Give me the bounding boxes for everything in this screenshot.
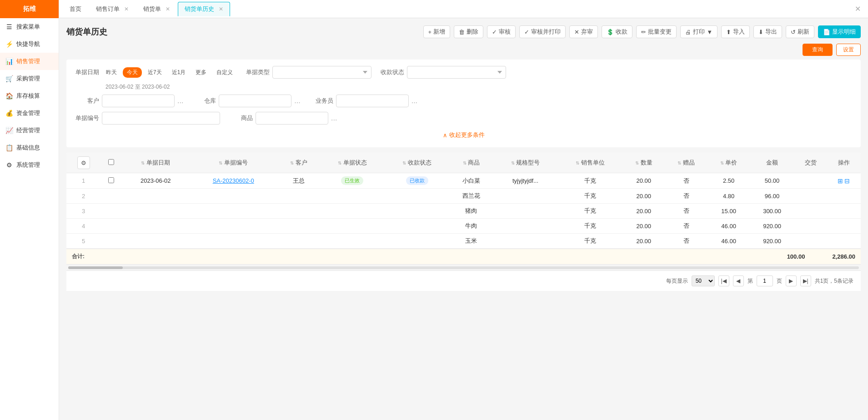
cell-checkbox (100, 189, 122, 204)
cell-action (827, 219, 861, 234)
batch-change-btn[interactable]: ✏ 批量变更 (636, 25, 677, 38)
docno-input[interactable] (102, 112, 220, 125)
date-more[interactable]: 更多 (191, 67, 211, 78)
action-edit[interactable]: ⊟ (844, 177, 850, 185)
filter-section: 单据日期 昨天 今天 近7天 近1月 更多 自定义 单据类型 (66, 60, 861, 147)
date-yesterday[interactable]: 昨天 (102, 67, 121, 78)
doc-type-select[interactable] (272, 66, 371, 79)
date-custom[interactable]: 自定义 (212, 67, 237, 78)
sidebar-item-basic-info[interactable]: 📋 基础信息 (0, 139, 59, 156)
export-btn[interactable]: ⬇ 导出 (753, 25, 782, 38)
cell-gift: 否 (665, 189, 707, 204)
last-page-btn[interactable]: ▶| (800, 275, 811, 286)
sidebar-item-search-menu[interactable]: ☰ 搜索菜单 (0, 18, 59, 35)
date-7days[interactable]: 近7天 (144, 67, 166, 78)
col-goods-sort-icon[interactable]: ⇅ (463, 160, 467, 165)
cell-doc-status (320, 204, 385, 219)
cell-price: 4.80 (707, 189, 750, 204)
col-paystatus-sort-icon[interactable]: ⇅ (402, 160, 406, 165)
sidebar-item-purchase-mgmt[interactable]: 🛒 采购管理 (0, 70, 59, 87)
payment-status-select[interactable] (407, 66, 506, 79)
col-checkbox (100, 153, 122, 173)
export-icon: ⬇ (758, 29, 763, 35)
salesperson-dotdot[interactable]: ... (411, 97, 417, 105)
toolbar: + 新增 🗑 删除 ✓ 审核 ✓ 审核并打印 ✕ 弃审 (423, 25, 861, 38)
delete-btn[interactable]: 🗑 删除 (454, 25, 483, 38)
refresh-icon: ↺ (791, 29, 796, 35)
settings-btn[interactable]: 设置 (836, 44, 861, 56)
sidebar-item-sys-mgmt[interactable]: ⚙ 系统管理 (0, 156, 59, 174)
tab-sales-history[interactable]: 销货单历史 ✕ (178, 2, 230, 16)
filter-row-1: 单据日期 昨天 今天 近7天 近1月 更多 自定义 单据类型 (74, 66, 853, 79)
scroll-thumb[interactable] (68, 266, 123, 269)
col-price-sort-icon[interactable]: ⇅ (720, 160, 724, 165)
per-page-select[interactable]: 50 100 (692, 275, 715, 286)
tab-sales-goods[interactable]: 销货单 ✕ (136, 2, 177, 16)
customer-dotdot[interactable]: ... (177, 97, 183, 105)
select-all-checkbox[interactable] (108, 159, 114, 165)
date-label: 单据日期 (74, 68, 99, 76)
approve-btn[interactable]: ✓ 审核 (487, 25, 516, 38)
sidebar-item-label: 快捷导航 (16, 40, 40, 48)
cell-transaction (794, 234, 827, 249)
warehouse-input[interactable] (219, 95, 291, 107)
refresh-btn[interactable]: ↺ 刷新 (786, 25, 814, 38)
tab-sales-history-close[interactable]: ✕ (219, 6, 223, 12)
docno-link[interactable]: SA-20230602-0 (213, 177, 254, 184)
tab-home[interactable]: 首页 (63, 2, 88, 16)
action-view[interactable]: ⊞ (838, 177, 843, 185)
page-number-input[interactable]: 1 (757, 275, 773, 286)
col-date-sort-icon[interactable]: ⇅ (141, 160, 145, 165)
docno-label: 单据编号 (74, 114, 99, 122)
import-btn[interactable]: ⬆ 导入 (721, 25, 750, 38)
collect-btn[interactable]: 💲 收款 (602, 25, 632, 38)
filter-warehouse: 仓库 ... (191, 95, 300, 107)
next-page-btn[interactable]: ▶ (786, 275, 797, 286)
date-today[interactable]: 今天 (123, 67, 142, 78)
col-spec-sort-icon[interactable]: ⇅ (511, 160, 515, 165)
query-btn[interactable]: 查询 (803, 44, 833, 56)
customer-input[interactable] (102, 95, 175, 107)
table-row: 2 西兰花 千克 20.00 否 4.80 96.00 (66, 189, 861, 204)
col-docno-sort-icon[interactable]: ⇅ (219, 160, 222, 165)
date-1month[interactable]: 近1月 (168, 67, 190, 78)
cell-unit: 千克 (558, 219, 622, 234)
collapse-btn[interactable]: ∧ 收起更多条件 (74, 129, 853, 141)
cell-qty: 20.00 (622, 234, 665, 249)
col-unit-sort-icon[interactable]: ⇅ (576, 160, 579, 165)
col-docstatus-sort-icon[interactable]: ⇅ (338, 160, 341, 165)
table-settings-gear[interactable]: ⚙ (77, 156, 90, 169)
col-customer-sort-icon[interactable]: ⇅ (290, 160, 294, 165)
cell-customer (277, 204, 320, 219)
col-gift-sort-icon[interactable]: ⇅ (677, 160, 681, 165)
tab-sales-order[interactable]: 销售订单 ✕ (89, 2, 135, 16)
sidebar-item-inventory[interactable]: 🏠 库存核算 (0, 87, 59, 105)
first-page-btn[interactable]: |◀ (718, 275, 729, 286)
tab-sales-order-close[interactable]: ✕ (124, 6, 129, 12)
prev-page-btn[interactable]: ◀ (733, 275, 744, 286)
show-detail-btn[interactable]: 📄 显示明细 (818, 25, 861, 38)
row-checkbox[interactable] (108, 177, 114, 183)
sidebar-item-quick-nav[interactable]: ⚡ 快捷导航 (0, 35, 59, 53)
print-btn[interactable]: 🖨 打印 ▼ (680, 25, 717, 38)
cell-doc-status (320, 219, 385, 234)
tab-bar-close-btn[interactable]: ✕ (851, 5, 864, 13)
horizontal-scrollbar[interactable] (66, 264, 861, 270)
goods-input[interactable] (256, 112, 328, 125)
sidebar-item-ops-mgmt[interactable]: 📈 经营管理 (0, 122, 59, 139)
cell-spec (493, 234, 557, 249)
cell-goods: 牛肉 (449, 219, 493, 234)
cell-docno (189, 219, 277, 234)
reject-btn[interactable]: ✕ 弃审 (569, 25, 598, 38)
warehouse-dotdot[interactable]: ... (294, 97, 300, 105)
salesperson-input[interactable] (336, 95, 409, 107)
tab-sales-goods-close[interactable]: ✕ (166, 6, 170, 12)
goods-dotdot[interactable]: ... (331, 114, 337, 122)
col-qty-sort-icon[interactable]: ⇅ (635, 160, 639, 165)
new-btn[interactable]: + 新增 (423, 25, 451, 38)
sidebar-item-finance[interactable]: 💰 资金管理 (0, 105, 59, 122)
col-price-header: ⇅ 单价 (707, 153, 750, 173)
approve-print-btn[interactable]: ✓ 审核并打印 (519, 25, 566, 38)
sidebar-item-sales-mgmt[interactable]: 📊 销售管理 (0, 53, 59, 70)
inventory-icon: 🏠 (5, 92, 13, 100)
